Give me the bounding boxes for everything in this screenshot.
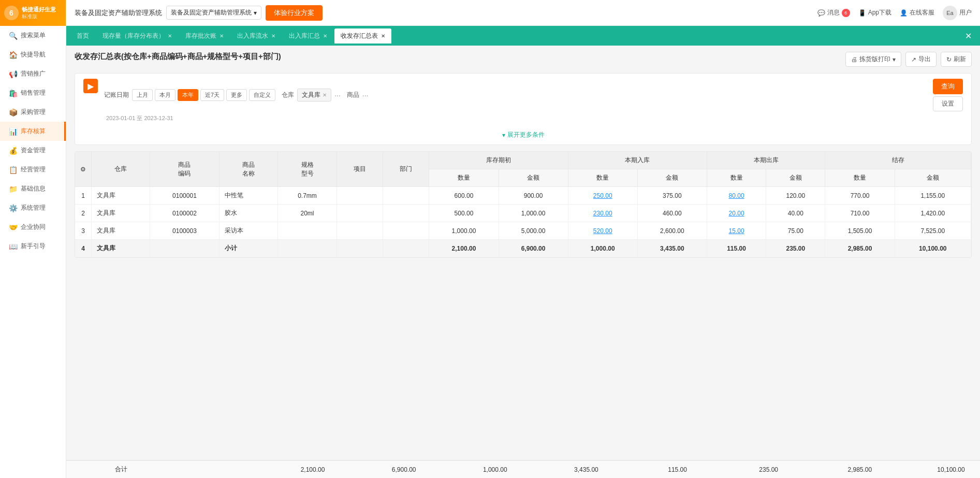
- row-opening-amt: 1,000.00: [499, 205, 568, 222]
- tab-inventory-dist[interactable]: 现存量（库存分布表）✕: [96, 28, 178, 44]
- sidebar-label-finance: 资金管理: [21, 146, 46, 155]
- close-all-tabs[interactable]: ✕: [961, 31, 976, 41]
- filter-bar: ▶ 记账日期 上月本月本年近7天更多自定义 仓库 文具库 ✕: [75, 73, 972, 145]
- spec-header: 规格型号: [277, 152, 337, 187]
- filter-toggle-btn[interactable]: ▶: [83, 79, 98, 93]
- tab-close-in-out-summary[interactable]: ✕: [323, 33, 327, 39]
- goods-filter-group: 商品 ···: [347, 91, 369, 99]
- row-in-amt: 460.00: [637, 205, 707, 222]
- footer-closing-qty: 2,985.00: [839, 466, 881, 473]
- app-download-item[interactable]: 📱 App下载: [858, 8, 891, 17]
- row-out-qty[interactable]: 80.00: [707, 187, 766, 205]
- tab-recv-send-summary[interactable]: 收发存汇总表✕: [334, 28, 391, 44]
- online-service-item[interactable]: 👤 在线客服: [900, 8, 934, 17]
- row-opening-qty: 600.00: [429, 187, 499, 205]
- tab-in-out-flow[interactable]: 出入库流水✕: [231, 28, 282, 44]
- goods-more-btn[interactable]: ···: [362, 91, 369, 99]
- sidebar-item-quick-nav[interactable]: 🏠 快捷导航: [0, 45, 66, 64]
- name-header: 商品名称: [220, 152, 278, 187]
- sidebar-item-enterprise[interactable]: 🤝 企业协同: [0, 218, 66, 237]
- date-btn-自定义[interactable]: 自定义: [249, 89, 275, 101]
- date-btn-更多[interactable]: 更多: [226, 89, 247, 101]
- closing-amt-header: 金额: [895, 169, 971, 187]
- out-qty-header: 数量: [707, 169, 766, 187]
- row-out-qty[interactable]: 20.00: [707, 205, 766, 222]
- tab-bar: 首页现存量（库存分布表）✕库存批次账✕出入库流水✕出入库汇总✕收发存汇总表✕ ✕: [66, 26, 980, 46]
- in-qty-header: 数量: [568, 169, 637, 187]
- tab-label-in-out-flow: 出入库流水: [237, 32, 268, 40]
- tab-label-in-out-summary: 出入库汇总: [289, 32, 320, 40]
- row-spec: [277, 222, 337, 240]
- tab-home[interactable]: 首页: [70, 28, 95, 44]
- row-warehouse: 文具库: [92, 222, 150, 240]
- settings-icon[interactable]: ⚙: [80, 166, 86, 173]
- print-btn[interactable]: 🖨 拣货版打印 ▾: [845, 52, 901, 67]
- date-btn-上月[interactable]: 上月: [132, 89, 153, 101]
- warehouse-tag-close[interactable]: ✕: [323, 92, 327, 98]
- row-in-qty[interactable]: 250.00: [568, 187, 637, 205]
- finance-icon: 💰: [8, 147, 18, 155]
- sidebar-item-base-info[interactable]: 📁 基础信息: [0, 179, 66, 198]
- in-header: 本期入库: [568, 152, 707, 169]
- tab-close-recv-send-summary[interactable]: ✕: [381, 33, 385, 39]
- expand-more-btn[interactable]: ▾ 展开更多条件: [502, 131, 545, 139]
- avatar: Ea: [943, 6, 957, 20]
- sidebar-item-system[interactable]: ⚙️ 系统管理: [0, 198, 66, 218]
- tab-close-batch-ledger[interactable]: ✕: [220, 33, 224, 39]
- tab-close-inventory-dist[interactable]: ✕: [168, 33, 172, 39]
- date-btn-近7天[interactable]: 近7天: [200, 89, 224, 101]
- table-row: 1 文具库 0100001 中性笔 0.7mm 600.00 900.00 25…: [75, 187, 971, 205]
- row-code: 0100002: [150, 205, 219, 222]
- settings-btn[interactable]: 设置: [933, 96, 963, 111]
- warehouse-more-btn[interactable]: ···: [334, 91, 341, 99]
- tab-label-home: 首页: [77, 32, 89, 40]
- chevron-down-icon: ▾: [893, 56, 896, 63]
- sidebar-item-purchase[interactable]: 📦 采购管理: [0, 103, 66, 122]
- sidebar-item-search[interactable]: 🔍 搜索菜单: [0, 26, 66, 45]
- row-warehouse: 文具库: [92, 187, 150, 205]
- date-btn-本月[interactable]: 本月: [155, 89, 175, 101]
- code-header: 商品编码: [150, 152, 219, 187]
- row-out-amt: 235.00: [766, 240, 825, 257]
- messages-badge: 6: [842, 9, 850, 17]
- sidebar-nav: 🔍 搜索菜单 🏠 快捷导航 📢 营销推广 🛍️ 销售管理 📦 采购管理 📊 库存…: [0, 26, 66, 256]
- sidebar-item-operations[interactable]: 📋 经营管理: [0, 160, 66, 179]
- sidebar-item-marketing[interactable]: 📢 营销推广: [0, 64, 66, 83]
- row-out-amt: 120.00: [766, 187, 825, 205]
- closing-qty-header: 数量: [825, 169, 895, 187]
- experience-btn[interactable]: 体验行业方案: [266, 5, 323, 21]
- row-opening-amt: 6,900.00: [499, 240, 568, 257]
- sidebar-item-sales[interactable]: 🛍️ 销售管理: [0, 83, 66, 103]
- tab-in-out-summary[interactable]: 出入库汇总✕: [283, 28, 333, 44]
- row-spec: [277, 240, 337, 257]
- logo-text-group: 畅捷通好生意 标准版: [22, 6, 56, 20]
- user-item[interactable]: Ea 用户: [943, 6, 972, 20]
- row-closing-amt: 7,525.00: [895, 222, 971, 240]
- chevron-down-icon: ▾: [254, 9, 257, 17]
- row-index: 2: [75, 205, 92, 222]
- refresh-btn[interactable]: ↻ 刷新: [941, 52, 972, 67]
- row-in-qty[interactable]: 230.00: [568, 205, 637, 222]
- marketing-icon: 📢: [8, 70, 18, 78]
- row-out-qty[interactable]: 15.00: [707, 222, 766, 240]
- row-out-amt: 40.00: [766, 205, 825, 222]
- row-closing-qty: 710.00: [825, 205, 895, 222]
- sidebar-label-sales: 销售管理: [21, 89, 46, 97]
- query-btn[interactable]: 查询: [933, 79, 963, 94]
- sidebar-item-new-guide[interactable]: 📖 新手引导: [0, 237, 66, 256]
- messages-item[interactable]: 💬 消息 6: [817, 8, 850, 17]
- row-project: [337, 187, 383, 205]
- sidebar-label-system: 系统管理: [21, 204, 46, 212]
- export-btn[interactable]: ↗ 导出: [905, 52, 937, 67]
- date-btn-本年[interactable]: 本年: [178, 89, 198, 101]
- tab-batch-ledger[interactable]: 库存批次账✕: [179, 28, 230, 44]
- operations-icon: 📋: [8, 166, 18, 174]
- tab-close-in-out-flow[interactable]: ✕: [271, 33, 275, 39]
- row-in-qty[interactable]: 520.00: [568, 222, 637, 240]
- date-filter-group: 记账日期 上月本月本年近7天更多自定义: [104, 89, 275, 101]
- tab-label-batch-ledger: 库存批次账: [185, 32, 216, 40]
- system-selector[interactable]: 装备及固定资产辅助管理系统 ▾: [166, 6, 261, 20]
- sidebar-item-finance[interactable]: 💰 资金管理: [0, 141, 66, 160]
- export-icon: ↗: [911, 56, 916, 63]
- sidebar-item-inventory[interactable]: 📊 库存核算: [0, 122, 66, 141]
